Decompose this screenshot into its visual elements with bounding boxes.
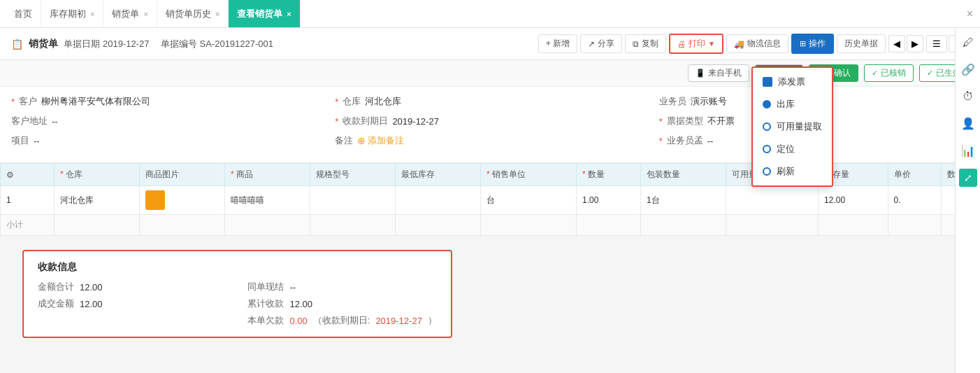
sidebar-user-icon[interactable]: 👤 — [958, 114, 978, 133]
doc-meta: 单据日期 2019-12-27 单据编号 SA-20191227-001 — [64, 38, 273, 50]
tab-view-sales[interactable]: 查看销货单 × — [229, 0, 300, 27]
dropdown-locate[interactable]: 定位 — [753, 138, 832, 160]
td-price: 0. — [888, 186, 942, 215]
warehouse-required: * — [335, 97, 338, 107]
payment-total-row: 金额合计 12.00 — [38, 281, 226, 293]
product-image — [145, 190, 165, 210]
tab-bar: 首页 库存期初 × 销货单 × 销货单历史 × 查看销货单 × × — [0, 0, 980, 28]
th-image: 商品图片 — [139, 164, 224, 186]
add-invoice-icon — [763, 77, 772, 87]
payment-same-order-row: 同单现结 -- — [247, 281, 436, 293]
td-product: 嘻嘻嘻嘻 — [224, 186, 310, 215]
th-price: 单价 — [888, 164, 942, 186]
payment-balance-spacer — [38, 314, 226, 327]
right-sidebar: 🖊 🔗 ⏱ 👤 📊 ⤢ — [955, 28, 980, 356]
th-product: * 商品 — [224, 164, 310, 186]
available-qty-icon — [763, 122, 771, 131]
payment-area: 收款信息 金额合计 12.00 同单现结 -- 成交金额 12.00 累计收款 … — [0, 236, 980, 356]
tab-inventory-close[interactable]: × — [90, 10, 94, 18]
td-subtotal-4 — [224, 215, 310, 236]
customer-field: * 客户 柳州粤港平安气体有限公司 — [11, 95, 321, 108]
th-package-qty: 包装数量 — [641, 164, 726, 186]
td-subtotal-7 — [480, 215, 576, 236]
locate-icon — [763, 145, 771, 153]
sidebar-expand-icon[interactable]: ⤢ — [959, 169, 977, 187]
td-min-stock — [395, 186, 480, 215]
tab-sales-history[interactable]: 销货单历史 × — [157, 0, 229, 27]
th-warehouse: * 仓库 — [54, 164, 139, 186]
subtotal-row: 小计 — [1, 215, 980, 236]
sidebar-chart-icon[interactable]: 📊 — [958, 141, 978, 160]
tab-sales[interactable]: 销货单 × — [103, 0, 157, 27]
td-subtotal-11 — [819, 215, 888, 236]
td-current-stock: 12.00 — [819, 186, 888, 215]
td-spec — [310, 186, 395, 215]
nav-prev[interactable]: ◀ — [888, 35, 905, 52]
td-subtotal-3 — [139, 215, 224, 236]
address-field: 客户地址 -- — [11, 115, 321, 127]
print-button[interactable]: 🖨 打印 ▼ — [669, 34, 723, 54]
payment-cumulative-row: 累计收款 12.00 — [247, 297, 436, 310]
share-button[interactable]: ↗ 分享 — [580, 34, 622, 53]
history-button[interactable]: 历史单据 — [837, 34, 886, 53]
number-label: 单据编号 SA-20191227-001 — [161, 38, 274, 50]
operate-button[interactable]: ⊞ 操作 — [791, 34, 834, 54]
tab-sales-close[interactable]: × — [143, 10, 147, 18]
td-subtotal-12 — [888, 215, 942, 236]
window-close[interactable]: × — [967, 8, 973, 20]
th-unit: * 销售单位 — [480, 164, 576, 186]
tab-view-sales-close[interactable]: × — [287, 10, 291, 18]
dropdown-add-invoice[interactable]: 添发票 — [753, 71, 832, 93]
payment-title: 收款信息 — [38, 261, 437, 274]
tab-home[interactable]: 首页 — [6, 0, 41, 27]
customer-required: * — [11, 97, 15, 107]
tab-inventory[interactable]: 库存期初 × — [41, 0, 103, 27]
sidebar-link-icon[interactable]: 🔗 — [958, 60, 978, 79]
payment-transaction-row: 成交金额 12.00 — [38, 297, 226, 310]
td-warehouse: 河北仓库 — [54, 186, 139, 215]
td-subtotal-10 — [726, 215, 819, 236]
dropdown-outbound[interactable]: 出库 — [753, 93, 832, 115]
td-subtotal-label: 小计 — [1, 215, 55, 236]
td-subtotal-5 — [310, 215, 395, 236]
project-field: 项目 -- — [11, 134, 321, 147]
doc-title-area: 📋 销货单 单据日期 2019-12-27 单据编号 SA-20191227-0… — [11, 38, 527, 50]
plus-icon: ⊕ — [357, 135, 366, 146]
sidebar-edit-icon[interactable]: 🖊 — [960, 34, 977, 52]
note-field: 备注 ⊕ 添加备注 — [335, 134, 644, 147]
td-subtotal-6 — [395, 215, 480, 236]
td-available — [726, 186, 819, 215]
from-phone-button[interactable]: 📱 来自手机 — [688, 64, 749, 82]
add-note-button[interactable]: ⊕ 添加备注 — [357, 134, 404, 147]
td-subtotal-9 — [641, 215, 726, 236]
payment-grid: 金额合计 12.00 同单现结 -- 成交金额 12.00 累计收款 12.00 — [38, 281, 437, 327]
nav-next[interactable]: ▶ — [907, 35, 923, 52]
doc-title: 销货单 — [29, 38, 58, 50]
nav-arrows: ◀ ▶ — [888, 35, 923, 52]
dropdown-refresh[interactable]: 刷新 — [753, 160, 832, 183]
th-quantity: * 数量 — [577, 164, 641, 186]
td-subtotal-8 — [577, 215, 641, 236]
table-row: 1 河北仓库 嘻嘻嘻嘻 台 1.00 1台 12.00 0. — [1, 186, 980, 215]
payment-date-field: * 收款到期日 2019-12-27 — [335, 115, 644, 127]
td-product-img — [139, 186, 224, 215]
date-label: 单据日期 2019-12-27 — [64, 38, 150, 50]
td-unit: 台 — [480, 186, 576, 215]
refresh-icon — [763, 167, 771, 176]
td-package-qty: 1台 — [641, 186, 726, 215]
payment-section: 收款信息 金额合计 12.00 同单现结 -- 成交金额 12.00 累计收款 … — [22, 250, 452, 338]
copy-button[interactable]: ⧉ 复制 — [625, 34, 666, 53]
td-quantity: 1.00 — [577, 186, 641, 215]
logistics-button[interactable]: 🚚 物流信息 — [726, 34, 788, 53]
sidebar-clock-icon[interactable]: ⏱ — [960, 87, 977, 106]
th-gear[interactable]: ⚙ — [1, 164, 55, 186]
dropdown-available-qty[interactable]: 可用量提取 — [753, 115, 832, 138]
tab-sales-history-close[interactable]: × — [215, 10, 219, 18]
cancelled-button[interactable]: ✓ 已核销 — [864, 64, 914, 82]
td-index: 1 — [1, 186, 55, 215]
warehouse-field: * 仓库 河北仓库 — [335, 95, 644, 108]
new-button[interactable]: + 新增 — [538, 34, 577, 53]
td-subtotal-2 — [54, 215, 139, 236]
operate-dropdown: 添发票 出库 可用量提取 定位 刷新 — [751, 66, 833, 187]
view-list[interactable]: ☰ — [926, 35, 947, 52]
